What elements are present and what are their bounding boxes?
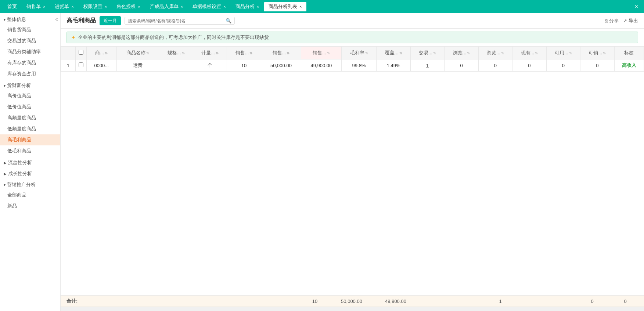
chevron-down-icon: ▾	[4, 84, 6, 88]
footer-sales-amount: 50,000.00	[333, 299, 370, 304]
sort-icon: ⇅	[182, 51, 185, 55]
row-sales-qty: 10	[227, 59, 261, 72]
chevron-down-icon: ▾	[4, 183, 6, 187]
sidebar-group-overall[interactable]: ▾ 整体信息	[0, 13, 60, 24]
sidebar-item-low-value[interactable]: 低价值商品	[0, 101, 60, 112]
sidebar-item-high-freq[interactable]: 高频量度商品	[0, 112, 60, 123]
tab-roles[interactable]: 角色授权 ×	[112, 2, 144, 11]
row-current-stock: 0	[512, 59, 546, 72]
sort-icon: ⇅	[535, 51, 538, 55]
share-icon: ⎘	[605, 18, 608, 23]
sort-icon: ⇅	[249, 51, 252, 55]
footer-trade-count: 1	[488, 299, 513, 304]
sidebar-item-stocked-goods[interactable]: 有库存的商品	[0, 57, 60, 68]
close-icon[interactable]: ×	[299, 4, 302, 9]
share-button[interactable]: ⎘ 分享	[605, 18, 619, 24]
sort-icon: ⇅	[603, 51, 606, 55]
col-saleable[interactable]: 可销... ⇅	[580, 47, 614, 59]
footer-available: 0	[579, 299, 605, 304]
sidebar-group-trend-analysis[interactable]: ▶ 流趋性分析	[0, 156, 60, 167]
search-box[interactable]: 🔍	[125, 17, 235, 25]
sidebar-item-all-goods[interactable]: 全部商品	[0, 189, 60, 200]
tab-sales[interactable]: 销售单 ×	[22, 2, 50, 11]
row-unit: 个	[193, 59, 227, 72]
table-footer: 合计: 10 50,000.00 49,900.00 1 0 0	[61, 295, 644, 307]
col-trade-count[interactable]: 交易... ⇅	[410, 47, 444, 59]
horizontal-scrollbar[interactable]	[61, 307, 644, 311]
data-table-wrapper[interactable]: 商... ⇅ 商品名称 ⇅ 规格...	[61, 46, 644, 295]
col-gross-rate[interactable]: 毛利率 ⇅	[341, 47, 377, 59]
row-browse2: 0	[478, 59, 512, 72]
col-browse2[interactable]: 浏览... ⇅	[478, 47, 512, 59]
sidebar-group-asset-analysis[interactable]: ▾ 货财富分析	[0, 79, 60, 90]
tab-analysis-list[interactable]: 商品分析列表 ×	[264, 2, 306, 11]
close-icon[interactable]: ×	[105, 4, 107, 9]
sidebar-group-growth-analysis[interactable]: ▶ 成长性分析	[0, 167, 60, 178]
col-sales-qty[interactable]: 销售... ⇅	[227, 47, 261, 59]
sidebar-group-marketing-analysis[interactable]: ▾ 营销推广分析	[0, 178, 60, 189]
col-name[interactable]: 商品名称 ⇅	[116, 47, 159, 59]
row-name: 运费	[116, 59, 159, 72]
tab-permissions[interactable]: 权限设置 ×	[79, 2, 111, 11]
top-nav: 首页 销售单 × 进货单 × 权限设置 × 角色授权 × 产成品入库单 × 单据…	[0, 0, 644, 13]
col-code[interactable]: 商... ⇅	[87, 47, 117, 59]
row-checkbox[interactable]	[76, 59, 87, 72]
col-current-stock[interactable]: 现有... ⇅	[512, 47, 546, 59]
trade-count-link[interactable]: 1	[426, 63, 429, 68]
col-sales-profit[interactable]: 销售... ⇅	[301, 47, 341, 59]
sidebar-item-inventory-occupy[interactable]: 库存资金占用	[0, 68, 60, 79]
close-icon[interactable]: ×	[71, 4, 73, 9]
window-close-button[interactable]: ×	[632, 3, 641, 10]
sort-icon: ⇅	[105, 51, 108, 55]
tab-home[interactable]: 首页	[3, 2, 21, 11]
tab-purchase[interactable]: 进货单 ×	[50, 2, 78, 11]
col-browse1[interactable]: 浏览... ⇅	[445, 47, 478, 59]
row-available: 0	[546, 59, 580, 72]
close-icon[interactable]: ×	[43, 4, 45, 9]
col-spec[interactable]: 规格... ⇅	[159, 47, 193, 59]
close-icon[interactable]: ×	[223, 4, 226, 9]
footer-saleable: 0	[612, 299, 638, 304]
sidebar-item-high-margin[interactable]: 高毛利商品	[0, 134, 60, 145]
sort-icon: ⇅	[327, 51, 330, 55]
search-icon: 🔍	[226, 18, 231, 23]
sort-icon: ⇅	[467, 51, 470, 55]
sidebar-item-sales-goods[interactable]: 销售货商品	[0, 24, 60, 35]
col-unit[interactable]: 计量... ⇅	[193, 47, 227, 59]
filter-recent-month-button[interactable]: 近一月	[100, 16, 121, 25]
close-icon[interactable]: ×	[181, 4, 183, 9]
close-icon[interactable]: ×	[138, 4, 140, 9]
close-icon[interactable]: ×	[257, 4, 259, 9]
page-title: 高毛利商品	[66, 17, 96, 25]
sidebar-item-new-goods[interactable]: 新品	[0, 200, 60, 211]
tab-templates[interactable]: 单据模板设置 ×	[188, 2, 230, 11]
sidebar-item-low-margin[interactable]: 低毛利商品	[0, 145, 60, 156]
export-button[interactable]: ↗ 导出	[623, 18, 638, 24]
sidebar-item-high-value[interactable]: 高价值商品	[0, 90, 60, 101]
search-input[interactable]	[128, 18, 224, 23]
col-available[interactable]: 可用... ⇅	[546, 47, 580, 59]
row-spec	[159, 59, 193, 72]
col-sales-amount[interactable]: 销售... ⇅	[261, 47, 301, 59]
sort-icon: ⇅	[365, 51, 368, 55]
sidebar-collapse-button[interactable]: «	[55, 16, 58, 22]
row-sales-profit: 49,900.00	[301, 59, 341, 72]
row-coverage: 1.49%	[377, 59, 410, 72]
tab-analysis[interactable]: 商品分析 ×	[231, 2, 263, 11]
sidebar-item-low-freq[interactable]: 低频量度商品	[0, 123, 60, 134]
row-select-checkbox[interactable]	[79, 62, 83, 67]
sidebar: « ▾ 整体信息 销售货商品 交易过的商品 商品分类辅助率 有库存的商品 库存资…	[0, 13, 61, 311]
content-area: 高毛利商品 近一月 🔍 ⎘ 分享 ↗ 导出 ✦ 企业的主要的利润都是这部分商品创…	[61, 13, 644, 311]
row-code: 0000...	[87, 59, 117, 72]
export-icon: ↗	[623, 18, 627, 23]
sidebar-item-traded-goods[interactable]: 交易过的商品	[0, 35, 60, 46]
footer-sales-qty: 10	[304, 299, 326, 304]
info-icon: ✦	[71, 35, 76, 40]
select-all-checkbox[interactable]	[79, 50, 83, 55]
sort-icon: ⇅	[501, 51, 504, 55]
tab-products-in[interactable]: 产成品入库单 ×	[145, 2, 187, 11]
col-coverage[interactable]: 覆盖... ⇅	[377, 47, 410, 59]
col-checkbox[interactable]	[76, 47, 87, 59]
chevron-down-icon: ▾	[4, 18, 6, 22]
sidebar-item-analysis-assist[interactable]: 商品分类辅助率	[0, 46, 60, 57]
